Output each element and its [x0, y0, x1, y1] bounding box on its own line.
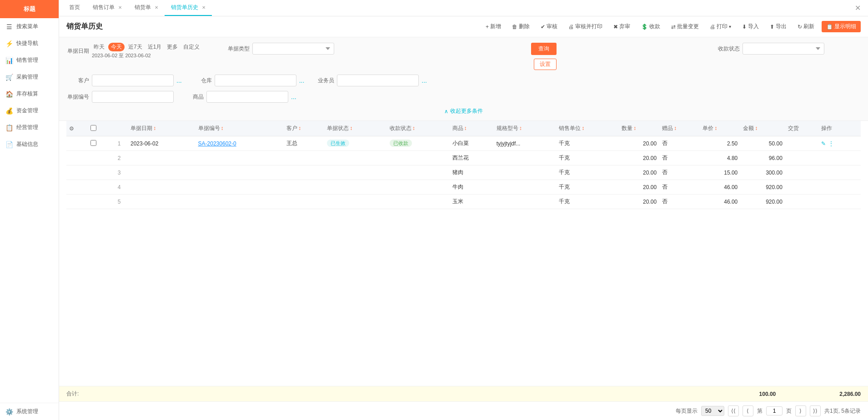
- audit-button[interactable]: ✔ 审核: [537, 21, 561, 32]
- filter-row-1: 单据日期 昨天 今天 近7天 近1月 更多 自定义 2023-06-02 至 2…: [66, 43, 861, 70]
- set-button[interactable]: 设置: [534, 59, 557, 70]
- more-action[interactable]: ⋮: [828, 140, 834, 147]
- shortcut-custom[interactable]: 自定义: [181, 43, 201, 51]
- per-page-select[interactable]: 50 100 200: [701, 406, 724, 416]
- last-page-button[interactable]: ⟩⟩: [810, 405, 821, 416]
- print-button[interactable]: 🖨 打印 ▾: [706, 21, 735, 32]
- sort-price-icon: ↕: [714, 125, 717, 131]
- page-number-input[interactable]: [766, 406, 783, 415]
- action-cell[interactable]: [818, 180, 861, 195]
- sidebar-item-search-menu[interactable]: ☰ 搜索菜单: [0, 18, 59, 35]
- price-cell: 15.00: [700, 165, 740, 180]
- salesperson-input[interactable]: [337, 75, 419, 86]
- sidebar-item-basic-info[interactable]: 📄 基础信息: [0, 136, 59, 153]
- col-amount[interactable]: 金额↕: [740, 121, 785, 136]
- sidebar-item-label: 系统管理: [16, 408, 38, 415]
- filter-warehouse: 仓库 ...: [189, 75, 305, 86]
- customer-input[interactable]: [92, 75, 174, 86]
- tab-sales-goods-close[interactable]: ✕: [155, 5, 158, 10]
- tab-home[interactable]: 首页: [63, 0, 86, 16]
- shortcut-today[interactable]: 今天: [108, 43, 125, 51]
- action-cell[interactable]: [818, 195, 861, 209]
- query-button[interactable]: 查询: [531, 43, 557, 55]
- audit-print-button[interactable]: 🖨 审核并打印: [565, 21, 606, 32]
- col-customer[interactable]: 客户↕: [284, 121, 324, 136]
- sidebar-item-inventory[interactable]: 🏠 库存核算: [0, 85, 59, 102]
- tab-sales-history-close[interactable]: ✕: [202, 5, 206, 10]
- tab-sales-goods[interactable]: 销货单 ✕: [128, 0, 165, 16]
- batch-change-button[interactable]: ⇄ 批量变更: [667, 21, 702, 32]
- logo: 标题: [0, 0, 59, 18]
- doc-date-cell: [128, 195, 196, 209]
- checkbox-cell[interactable]: [88, 180, 111, 195]
- col-price[interactable]: 单价↕: [700, 121, 740, 136]
- col-action: 操作: [818, 121, 861, 136]
- goods-input[interactable]: [206, 91, 288, 103]
- col-qty[interactable]: 数量↕: [619, 121, 659, 136]
- col-checkbox[interactable]: [88, 121, 111, 136]
- audit-label: 审核: [547, 23, 557, 30]
- col-doc-status[interactable]: 单据状态↕: [324, 121, 387, 136]
- collect-button[interactable]: 💲 收款: [637, 21, 664, 32]
- sidebar-item-sales-mgmt[interactable]: 📊 销售管理: [0, 52, 59, 69]
- goods-dots[interactable]: ...: [291, 93, 296, 100]
- doc-num-input[interactable]: [92, 91, 174, 103]
- show-detail-button[interactable]: 📋 显示明细: [822, 21, 861, 32]
- col-doc-date[interactable]: 单据日期↕: [128, 121, 196, 136]
- row-checkbox[interactable]: [90, 140, 96, 146]
- export-button[interactable]: ⬆ 导出: [766, 21, 790, 32]
- delete-button[interactable]: 🗑 删除: [508, 21, 533, 32]
- tab-sales-history[interactable]: 销货单历史 ✕: [165, 0, 212, 16]
- tab-sales-order[interactable]: 销售订单 ✕: [86, 0, 128, 16]
- batch-change-icon: ⇄: [671, 24, 676, 30]
- qty-cell: 20.00: [619, 151, 659, 165]
- select-all-checkbox[interactable]: [90, 125, 96, 131]
- checkbox-cell[interactable]: [88, 165, 111, 180]
- tab-bar-close[interactable]: ✕: [851, 2, 864, 14]
- action-cell[interactable]: [818, 151, 861, 165]
- abandon-button[interactable]: ✖ 弃审: [610, 21, 634, 32]
- doc-type-select[interactable]: [252, 43, 334, 55]
- payment-status-select[interactable]: [743, 43, 824, 55]
- col-unit[interactable]: 销售单位↕: [556, 121, 619, 136]
- first-page-button[interactable]: ⟨⟨: [728, 405, 739, 416]
- checkbox-cell[interactable]: [88, 136, 111, 151]
- collapse-button[interactable]: ∧ 收起更多条件: [66, 107, 861, 115]
- sidebar-item-purchase-mgmt[interactable]: 🛒 采购管理: [0, 69, 59, 85]
- tab-sales-order-close[interactable]: ✕: [118, 5, 122, 10]
- col-goods[interactable]: 商品↕: [450, 121, 494, 136]
- warehouse-dots[interactable]: ...: [299, 77, 305, 84]
- tab-bar: 首页 销售订单 ✕ 销货单 ✕ 销货单历史 ✕ ✕: [59, 0, 868, 16]
- prev-page-button[interactable]: ⟨: [743, 405, 753, 416]
- col-payment-status[interactable]: 收款状态↕: [387, 121, 450, 136]
- new-button[interactable]: + 新增: [482, 21, 505, 32]
- doc-num-cell[interactable]: SA-20230602-0: [196, 136, 284, 151]
- refresh-button[interactable]: ↻ 刷新: [794, 21, 818, 32]
- sidebar-item-operations[interactable]: 📋 经营管理: [0, 119, 59, 136]
- sidebar-item-quick-nav[interactable]: ⚡ 快捷导航: [0, 35, 59, 52]
- col-spec[interactable]: 规格型号↕: [494, 121, 557, 136]
- checkbox-cell[interactable]: [88, 195, 111, 209]
- action-cell[interactable]: ✎⋮: [818, 136, 861, 151]
- gift-cell: 否: [659, 165, 700, 180]
- shortcut-more[interactable]: 更多: [165, 43, 180, 51]
- shortcut-7days[interactable]: 近7天: [126, 43, 144, 51]
- action-cell[interactable]: [818, 165, 861, 180]
- sidebar-item-system-mgmt[interactable]: ⚙️ 系统管理: [0, 403, 59, 420]
- warehouse-input[interactable]: [215, 75, 296, 86]
- col-gift[interactable]: 赠品↕: [659, 121, 700, 136]
- sidebar-item-finance[interactable]: 💰 资金管理: [0, 102, 59, 119]
- checkbox-cell[interactable]: [88, 151, 111, 165]
- col-settings[interactable]: ⚙: [66, 121, 88, 136]
- sidebar: 标题 ☰ 搜索菜单 ⚡ 快捷导航 📊 销售管理 🛒 采购管理 🏠 库存核算 💰 …: [0, 0, 59, 420]
- col-doc-num[interactable]: 单据编号↕: [196, 121, 284, 136]
- shortcut-yesterday[interactable]: 昨天: [92, 43, 106, 51]
- customer-dots[interactable]: ...: [176, 77, 182, 84]
- import-button[interactable]: ⬇ 导入: [738, 21, 763, 32]
- settings-cell: [66, 195, 88, 209]
- doc-num-cell: [196, 165, 284, 180]
- edit-action[interactable]: ✎: [821, 140, 826, 147]
- next-page-button[interactable]: ⟩: [795, 405, 806, 416]
- shortcut-1month[interactable]: 近1月: [146, 43, 164, 51]
- salesperson-dots[interactable]: ...: [421, 77, 427, 84]
